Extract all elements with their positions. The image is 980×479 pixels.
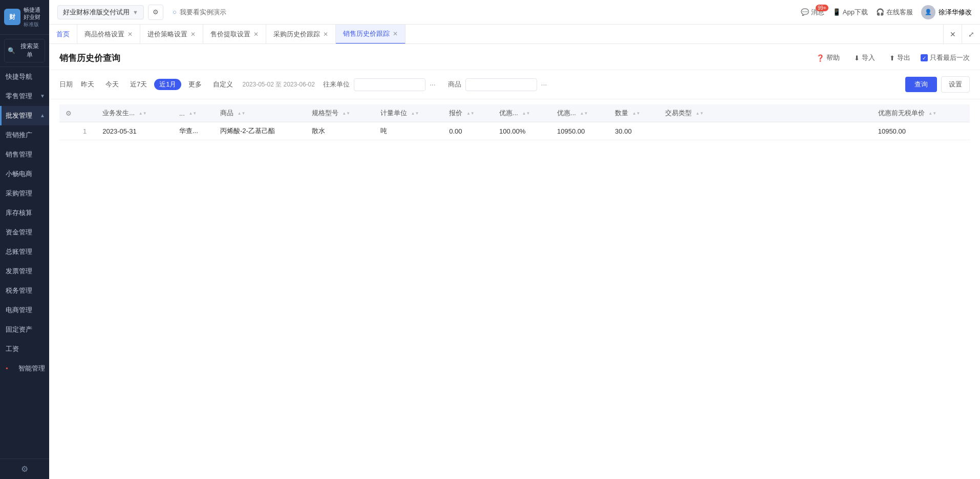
column-settings-icon[interactable]: ⚙	[66, 110, 72, 117]
sidebar-item-fixed-assets[interactable]: 固定资产	[0, 320, 49, 339]
date-opt-last7[interactable]: 近7天	[126, 79, 151, 90]
th-transaction-type[interactable]: 交易类型 ▲▼	[660, 104, 729, 122]
date-opt-more[interactable]: 更多	[184, 79, 206, 90]
sort-icon: ▲▼	[139, 112, 147, 116]
th-unit[interactable]: 计量单位 ▲▼	[375, 104, 444, 122]
sidebar-item-salary[interactable]: 工资	[0, 339, 49, 359]
import-button[interactable]: ⬇ 导入	[850, 51, 879, 64]
export-icon: ⬆	[889, 54, 895, 62]
cell-discount-amt: 10950.00	[552, 122, 610, 140]
page-title: 销售历史价查询	[59, 52, 120, 64]
th-pretax-price[interactable]: 优惠前无税单价 ▲▼	[873, 104, 970, 122]
sidebar-item-tax[interactable]: 税务管理	[0, 281, 49, 300]
chevron-down-icon: ▼	[40, 93, 45, 99]
table-row: 1 2023-05-31 华查... 丙烯酸-2-乙基己酯 散水 吨 0.00 …	[59, 122, 970, 140]
product-input[interactable]	[465, 78, 537, 91]
cell-settings	[59, 122, 78, 140]
cell-spec: 散水	[307, 122, 375, 140]
sort-icon: ▲▼	[580, 112, 588, 116]
sidebar-item-smart[interactable]: 智能管理	[0, 359, 49, 378]
tab-close-icon[interactable]: ✕	[127, 31, 133, 38]
tab-close-icon[interactable]: ✕	[323, 31, 328, 38]
only-last-checkbox-label[interactable]: 只看最后一次	[921, 53, 970, 62]
tab-close-icon[interactable]: ✕	[393, 30, 398, 37]
tab-close-icon[interactable]: ✕	[253, 31, 259, 38]
th-extra[interactable]: ... ▲▼	[174, 104, 215, 122]
module-selector[interactable]: 好业财标准版交付试用 ▼	[57, 5, 144, 19]
sidebar-item-wholesale[interactable]: 批发管理 ▲	[0, 106, 49, 125]
sidebar-item-retail[interactable]: 零售管理 ▼	[0, 86, 49, 106]
date-filter-group: 日期 昨天 今天 近7天 近1月 更多 自定义 2023-05-02 至 202…	[59, 79, 315, 90]
settings-button[interactable]: 设置	[941, 76, 970, 93]
th-spacer	[729, 104, 872, 122]
search-menu-button[interactable]: 🔍 搜索菜单	[4, 39, 45, 62]
th-price[interactable]: 报价 ▲▼	[444, 104, 494, 122]
message-button[interactable]: 💬 消息 99+	[801, 8, 824, 17]
app-download-button[interactable]: 📱 App下载	[833, 8, 868, 17]
th-discount-amt[interactable]: 优惠... ▲▼	[552, 104, 610, 122]
tab-price-strategy[interactable]: 进价策略设置 ✕	[140, 25, 203, 44]
expand-button[interactable]: ⤢	[962, 25, 980, 44]
filter-bar: 日期 昨天 今天 近7天 近1月 更多 自定义 2023-05-02 至 202…	[49, 70, 980, 99]
from-unit-input[interactable]	[354, 78, 425, 91]
sort-icon: ▲▼	[188, 112, 197, 116]
export-button[interactable]: ⬆ 导出	[885, 51, 914, 64]
online-service-button[interactable]: 🎧 在线客服	[876, 8, 913, 17]
sidebar-item-purchase[interactable]: 采购管理	[0, 184, 49, 203]
filter-middle: 往来单位 ··· 商品 ···	[323, 78, 897, 91]
tab-sales-history[interactable]: 销售历史价跟踪 ✕	[336, 25, 406, 44]
date-opt-today[interactable]: 今天	[101, 79, 123, 90]
module-name: 好业财标准版交付试用	[63, 8, 130, 17]
table-body: 1 2023-05-31 华查... 丙烯酸-2-乙基己酯 散水 吨 0.00 …	[59, 122, 970, 140]
th-quantity[interactable]: 数量 ▲▼	[610, 104, 660, 122]
date-opt-last1month[interactable]: 近1月	[154, 79, 181, 90]
date-opt-custom[interactable]: 自定义	[209, 79, 237, 90]
sort-icon: ▲▼	[342, 112, 350, 116]
sidebar-item-inventory[interactable]: 库存核算	[0, 203, 49, 223]
question-icon: ❓	[816, 54, 824, 62]
sidebar-item-general-ledger[interactable]: 总账管理	[0, 242, 49, 262]
help-button[interactable]: ❓ 帮助	[812, 51, 844, 64]
sidebar-item-invoice[interactable]: 发票管理	[0, 262, 49, 281]
tab-close-icon[interactable]: ✕	[190, 31, 196, 38]
module-settings-button[interactable]: ⚙	[148, 5, 163, 20]
gear-icon: ⚙	[153, 8, 159, 16]
search-icon: 🔍	[8, 47, 15, 54]
tab-home[interactable]: 首页	[49, 25, 77, 44]
cell-num: 1	[78, 122, 97, 140]
sidebar-item-ecommerce[interactable]: 电商管理	[0, 300, 49, 320]
sidebar-item-marketing[interactable]: 营销推广	[0, 125, 49, 145]
headset-icon: 🎧	[876, 8, 884, 16]
sidebar-item-sales[interactable]: 销售管理	[0, 145, 49, 164]
tab-product-price[interactable]: 商品价格设置 ✕	[77, 25, 140, 44]
cell-discount-pct: 100.00%	[494, 122, 552, 140]
sidebar-item-finance[interactable]: 资金管理	[0, 223, 49, 242]
sidebar-item-quicknav[interactable]: 快捷导航	[0, 67, 49, 86]
th-spec[interactable]: 规格型号 ▲▼	[307, 104, 375, 122]
table-header-row: ⚙ 业务发生... ▲▼ ... ▲▼ 商品 ▲▼	[59, 104, 970, 122]
product-more-icon[interactable]: ···	[541, 80, 547, 89]
close-tab-button[interactable]: ✕	[943, 25, 962, 44]
sidebar-settings-button[interactable]: ⚙	[21, 464, 28, 474]
data-table: ⚙ 业务发生... ▲▼ ... ▲▼ 商品 ▲▼	[59, 104, 970, 140]
checkbox-checked-icon	[921, 54, 928, 61]
phone-icon: 📱	[833, 8, 841, 16]
tab-price-extract[interactable]: 售价提取设置 ✕	[203, 25, 266, 44]
th-business-date[interactable]: 业务发生... ▲▼	[97, 104, 174, 122]
sidebar-item-ecommerce-small[interactable]: 小畅电商	[0, 164, 49, 184]
from-unit-label: 往来单位	[323, 80, 350, 89]
chevron-up-icon: ▲	[40, 113, 45, 118]
product-filter: 商品 ···	[448, 78, 547, 91]
user-info[interactable]: 👤 徐泽华修改	[921, 5, 972, 19]
from-unit-more-icon[interactable]: ···	[430, 80, 436, 89]
date-opt-yesterday[interactable]: 昨天	[77, 79, 98, 90]
query-button[interactable]: 查询	[905, 77, 937, 92]
avatar: 👤	[921, 5, 935, 19]
demo-link[interactable]: ○ 我要看实例演示	[167, 6, 231, 19]
th-product[interactable]: 商品 ▲▼	[215, 104, 307, 122]
message-icon: 💬	[801, 8, 809, 16]
sort-icon: ▲▼	[466, 112, 475, 116]
tab-purchase-history[interactable]: 采购历史价跟踪 ✕	[266, 25, 336, 44]
sort-icon: ▲▼	[632, 112, 641, 116]
th-discount-pct[interactable]: 优惠... ▲▼	[494, 104, 552, 122]
